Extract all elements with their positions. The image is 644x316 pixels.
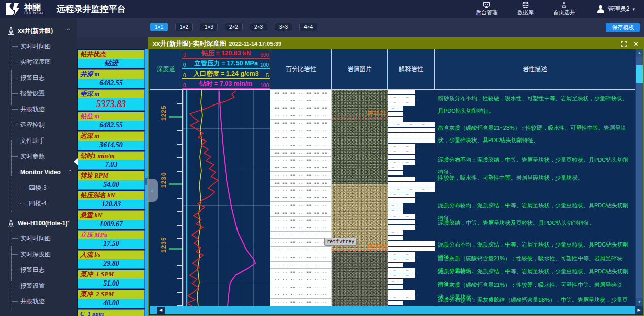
layout-button-3x3[interactable]: 3×3	[275, 23, 292, 31]
interp-lithology-cell: · — · · — ·	[388, 155, 415, 159]
param-value-text: 17.50	[103, 240, 119, 248]
sidebar-well-1[interactable]: Wei-H100(Hole-1)⌃	[0, 216, 77, 231]
sidebar-item-实时时间图[interactable]: 实时时间图	[12, 231, 77, 247]
close-icon[interactable]: ✕	[633, 41, 639, 47]
sidebar-item-label: 四楼-3	[29, 184, 47, 192]
scroll-down-icon[interactable]: ▼	[636, 298, 643, 306]
sidebar-item-文件助手[interactable]: 文件助手	[12, 133, 77, 149]
param-label: 钻时1 min/m	[78, 152, 144, 160]
interp-lithology-cell: · — · · — ·	[388, 295, 415, 300]
lithology-symbol-row: -- -- == -- == -- --	[270, 187, 331, 194]
param-card-8: 悬重 kN1009.67	[78, 210, 145, 229]
interp-lithology-cell: · — · · — ·	[388, 144, 415, 149]
interp-lithology-cell: · — · · — ·	[388, 160, 415, 165]
sidebar-item-报警日志[interactable]: 报警日志	[12, 70, 77, 86]
layout-button-1x2[interactable]: 1×2	[175, 23, 193, 31]
chevron-up-icon[interactable]: ⌃	[66, 220, 71, 226]
scale-max: 500	[260, 52, 269, 58]
expand-icon[interactable]	[621, 41, 627, 47]
user-menu[interactable]: 管理员2 ▾	[597, 5, 635, 13]
nav-database[interactable]: 数据库	[517, 2, 534, 16]
param-value: 29.80	[78, 259, 144, 268]
param-value: 40.00	[78, 299, 144, 308]
caret-down-icon: ▾	[632, 7, 635, 12]
depth-tick-minor	[177, 278, 182, 279]
brand-name-en: SHENKAI	[24, 11, 44, 15]
depth-tick-minor	[177, 157, 182, 158]
scale-max: 5	[266, 73, 269, 78]
nav-backend[interactable]: 后台管理	[476, 2, 498, 16]
sidebar-collapse-icon[interactable]	[74, 158, 78, 165]
derrick-icon	[8, 27, 14, 36]
depth-label: 1235	[150, 244, 178, 253]
scroll-left-icon[interactable]: ◀	[157, 307, 165, 314]
param-label: C_1 ppm	[78, 310, 144, 316]
param-value: 6482.55	[78, 121, 144, 130]
layout-button-2x2[interactable]: 2×2	[225, 23, 243, 31]
interpreted-lithology-header: 解释岩性	[388, 49, 435, 90]
well-name: Wei-H100(Hole-1)	[18, 220, 67, 227]
sidebar-item-报警设置[interactable]: 报警设置	[12, 278, 77, 294]
sidebar-group-monitor-video[interactable]: Monitor Video⌃	[12, 164, 77, 180]
lithology-symbol-row: ·· ·· ·· ·· ·· ·· ··	[270, 232, 331, 239]
sidebar-item-实时深度图[interactable]: 实时深度图	[12, 54, 77, 70]
sidebar-item-远程控制[interactable]: 远程控制	[12, 117, 77, 133]
sidebar-item-实时深度图[interactable]: 实时深度图	[12, 247, 77, 262]
sidebar-item-实时时间图[interactable]: 实时时间图	[12, 39, 77, 54]
sidebar-item-报警日志[interactable]: 报警日志	[12, 262, 77, 278]
lithology-symbol-row: ·· ·· ·· ·· ·· ·· ··	[270, 291, 331, 299]
interp-lithology-cell: · — · · — ·	[388, 301, 403, 305]
interp-lithology-cell: · — · · — ·	[388, 220, 415, 224]
horizontal-scrollbar[interactable]: ◀	[150, 306, 635, 314]
lithology-symbol-row: ·· ·· ·· ·· ·· ·· ··	[270, 247, 331, 254]
window-title: xx井(新井眼)-实时深度图	[153, 39, 226, 48]
sidebar-well-0[interactable]: xx井(新井眼)⌃	[0, 23, 77, 39]
cuttings-photo	[332, 252, 388, 306]
interp-lithology-cell: · — · · — ·	[388, 112, 403, 116]
sidebar-item-label: 文件助手	[20, 136, 45, 145]
layout-button-4x4[interactable]: 4×4	[299, 23, 317, 31]
vertical-scrollbar-thumb[interactable]	[636, 65, 643, 83]
interp-lithology-cell: · — · · — ·	[388, 236, 403, 240]
layout-button-2x3[interactable]: 2×3	[250, 23, 267, 31]
interp-lithology-cell: · — · · — ·	[388, 95, 415, 100]
depth-tick-minor	[177, 225, 182, 226]
sidebar-item-label: 报警设置	[20, 282, 45, 290]
param-value: 7.03	[78, 160, 144, 169]
param-value-text: 40.00	[103, 299, 119, 307]
depth-tick-minor	[177, 238, 182, 239]
param-value: 钻进	[78, 59, 144, 68]
save-template-button[interactable]: 保存模板	[606, 23, 640, 32]
layout-button-1x3[interactable]: 1×3	[200, 23, 218, 31]
curve-legend: 0钻压 = 120.83 kN5000立管压力 = 17.50 MPa1000入…	[182, 49, 270, 90]
sidebar-item-四楼-4[interactable]: 四楼-4	[20, 196, 77, 212]
grid-layout-buttons: 1×11×21×32×22×33×34×4	[150, 23, 317, 31]
sidebar-item-实时参数[interactable]: 实时参数	[12, 149, 77, 164]
well-name: xx井(新井眼)	[18, 27, 53, 36]
scroll-right-icon[interactable]: ▶	[635, 306, 643, 314]
lithology-symbol-row: -- -- == -- == -- --	[270, 224, 331, 232]
sidebar-item-报警设置[interactable]: 报警设置	[12, 86, 77, 101]
vertical-scrollbar[interactable]: ▲ ▼	[635, 49, 643, 306]
chevron-up-icon[interactable]: ⌃	[66, 28, 71, 33]
sidebar-item-四楼-3[interactable]: 四楼-3	[20, 180, 77, 196]
nav-label: 首页选井	[553, 9, 575, 16]
scroll-up-icon[interactable]: ▲	[636, 49, 643, 57]
sidebar-item-井眼轨迹[interactable]: 井眼轨迹	[12, 294, 77, 309]
interp-lithology-cell: · — · · — ·	[388, 225, 415, 229]
lithology-symbol-row: -- -- == -- == -- --	[270, 239, 331, 247]
interp-lithology-cell: · — · · — ·	[388, 263, 403, 267]
sidebar-item-井眼轨迹[interactable]: 井眼轨迹	[12, 101, 77, 117]
param-value: 5373.83	[78, 98, 144, 110]
chevron-up-icon[interactable]: ⌃	[68, 169, 72, 175]
param-value: 120.83	[78, 200, 144, 209]
param-label: 泵冲_2 SPM	[78, 290, 144, 299]
app-title: 远程录井监控平台	[57, 3, 126, 15]
sidebar-item-label: 报警设置	[20, 89, 45, 98]
nav-well-select[interactable]: 首页选井	[553, 2, 575, 16]
layout-button-1x1[interactable]: 1×1	[150, 23, 168, 31]
lithology-symbol-row: ·· ·· ·· ·· ·· ·· ··	[270, 276, 331, 284]
interp-lithology-cell: · — · · — · · — ·	[388, 247, 435, 251]
user-name: 管理员2	[608, 5, 630, 13]
panel-collapse-handle[interactable]: ‹	[147, 179, 158, 202]
